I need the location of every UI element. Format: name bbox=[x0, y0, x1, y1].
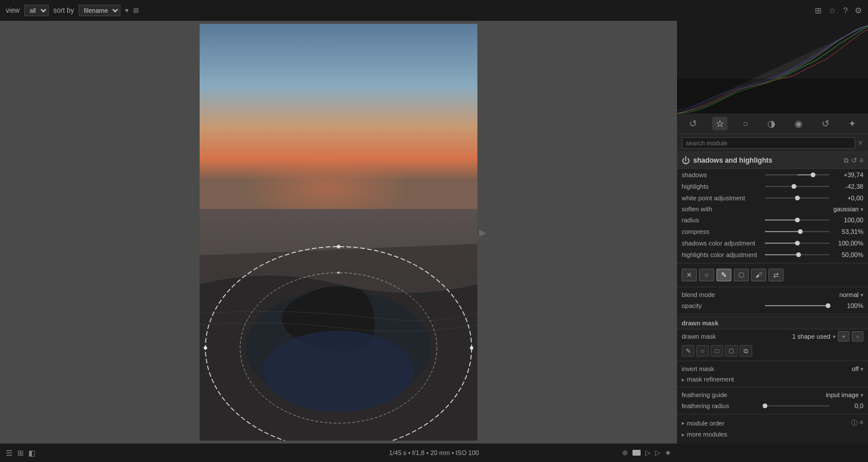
shadows-row: shadows +39,74 bbox=[677, 169, 868, 181]
separator-6 bbox=[677, 414, 868, 415]
highlights-color-slider[interactable] bbox=[765, 251, 829, 259]
highlights-value: -42,38 bbox=[832, 183, 863, 190]
separator-5 bbox=[677, 387, 868, 387]
sort-extra-icon[interactable]: ⊞ bbox=[133, 6, 139, 14]
tab-base[interactable]: ○ bbox=[740, 118, 752, 130]
mask-brush-btn[interactable]: 🖌 bbox=[751, 269, 766, 281]
mask-off-btn[interactable]: ✕ bbox=[682, 269, 697, 281]
highlights-color-value: 50,00% bbox=[832, 251, 863, 258]
module-order-info-icon[interactable]: ⓘ bbox=[851, 419, 858, 427]
tab-tone[interactable]: ◑ bbox=[764, 117, 779, 130]
search-clear-icon[interactable]: ✕ bbox=[858, 139, 863, 147]
histogram bbox=[677, 21, 868, 113]
module-copy-icon[interactable]: ⧉ bbox=[844, 156, 849, 164]
filmstrip-icon[interactable]: ☰ bbox=[6, 449, 13, 457]
photo-container bbox=[200, 24, 477, 441]
grid-icon[interactable]: ⊞ bbox=[815, 6, 822, 15]
feathering-radius-value: 0,0 bbox=[832, 402, 863, 409]
module-order-menu-icon[interactable]: ≡ bbox=[860, 419, 863, 427]
view-label[interactable]: view bbox=[6, 6, 20, 14]
compress-slider[interactable] bbox=[765, 228, 829, 236]
filter-icon[interactable]: ◧ bbox=[28, 449, 35, 457]
topbar: view all sort by filename ▾ ⊞ ⊞ ☆ ? ⚙ bbox=[0, 0, 868, 21]
tab-favorite[interactable]: ☆ bbox=[712, 117, 727, 130]
tab-color[interactable]: ◉ bbox=[791, 117, 806, 130]
separator-1 bbox=[677, 263, 868, 263]
sort-direction-icon[interactable]: ▾ bbox=[125, 6, 128, 14]
export-icon[interactable]: ▷ bbox=[655, 449, 660, 457]
rect-tool-btn[interactable]: □ bbox=[711, 345, 723, 357]
exposure-info: 1/45 s • f/1,8 • 20 mm • ISO 100 bbox=[389, 449, 479, 456]
mask-invert-btn[interactable]: ⇄ bbox=[768, 269, 784, 281]
sort-label: sort by bbox=[53, 6, 74, 14]
mask-circle-btn[interactable]: ○ bbox=[699, 269, 714, 281]
shadows-color-row: shadows color adjustment 100,00% bbox=[677, 237, 868, 249]
highlights-slider[interactable] bbox=[765, 182, 829, 190]
compress-row: compress 53,31% bbox=[677, 226, 868, 237]
module-order-label: module order bbox=[687, 420, 724, 427]
shadows-color-slider[interactable] bbox=[765, 239, 829, 247]
canvas-area: ▶ bbox=[0, 21, 677, 443]
help-icon[interactable]: ? bbox=[843, 6, 848, 15]
search-input[interactable] bbox=[682, 137, 855, 149]
statusbar: ☰ ⊞ ◧ 1/45 s • f/1,8 • 20 mm • ISO 100 ⊕… bbox=[0, 443, 868, 462]
color-picker-icon[interactable] bbox=[632, 450, 641, 456]
module-power-icon[interactable]: ⏻ bbox=[682, 156, 690, 165]
white-point-slider[interactable] bbox=[765, 194, 829, 202]
feathering-guide-label: feathering guide bbox=[682, 391, 763, 398]
mask-draw-btn[interactable]: ✎ bbox=[716, 269, 731, 281]
zoom-icon[interactable]: ⊕ bbox=[622, 449, 628, 457]
soften-dropdown-icon[interactable]: ▾ bbox=[860, 206, 863, 212]
radius-slider[interactable] bbox=[765, 216, 829, 224]
filter-select[interactable]: all bbox=[24, 5, 49, 16]
more-modules-row[interactable]: ▸ more modules bbox=[677, 429, 868, 439]
tab-correct[interactable]: ↺ bbox=[818, 117, 833, 130]
main-layout: ▶ ↺ ☆ ○ ◑ bbox=[0, 21, 868, 443]
drawn-mask-add-btn[interactable]: + bbox=[838, 331, 849, 342]
feathering-guide-value: input image bbox=[826, 391, 859, 398]
soften-row: soften with gaussian ▾ bbox=[677, 204, 868, 214]
panel-toggle-arrow[interactable]: ▶ bbox=[479, 227, 486, 238]
mask-refinement-row[interactable]: ▸ mask refinement bbox=[677, 374, 868, 384]
mask-path-btn[interactable]: ⬡ bbox=[734, 269, 749, 281]
module-actions: ⧉ ↺ ≡ bbox=[844, 156, 863, 164]
white-point-row: white point adjustment +0,00 bbox=[677, 192, 868, 204]
metadata-icon[interactable]: ⊞ bbox=[17, 449, 24, 457]
blend-dropdown-icon[interactable]: ▾ bbox=[860, 292, 863, 298]
module-reset-icon[interactable]: ↺ bbox=[851, 156, 857, 164]
drawn-mask-label: drawn mask bbox=[682, 333, 751, 340]
histogram-svg bbox=[677, 21, 868, 113]
mask-buttons: ✕ ○ ✎ ⬡ 🖌 ⇄ bbox=[677, 266, 868, 284]
feathering-guide-row: feathering guide input image ▾ bbox=[677, 390, 868, 400]
radius-row: radius 100,00 bbox=[677, 214, 868, 226]
module-tabs: ↺ ☆ ○ ◑ ◉ ↺ ✦ bbox=[677, 113, 868, 134]
module-order-row[interactable]: ▸ module order ⓘ ≡ bbox=[677, 417, 868, 429]
tab-effects[interactable]: ✦ bbox=[845, 117, 859, 130]
watermark-icon[interactable]: ★ bbox=[665, 449, 671, 457]
feathering-guide-dropdown-icon[interactable]: ▾ bbox=[860, 392, 863, 398]
star-icon[interactable]: ☆ bbox=[829, 6, 836, 15]
settings-icon[interactable]: ⚙ bbox=[855, 6, 862, 15]
highlights-color-label: highlights color adjustment bbox=[682, 251, 763, 258]
invert-dropdown-icon[interactable]: ▾ bbox=[860, 366, 863, 372]
feathering-radius-label: feathering radius bbox=[682, 402, 763, 409]
shadows-label: shadows bbox=[682, 171, 763, 178]
module-menu-icon[interactable]: ≡ bbox=[859, 156, 863, 164]
sort-select[interactable]: filename bbox=[79, 5, 120, 16]
overlay-icon[interactable]: ▷ bbox=[645, 449, 650, 457]
paste-tool-btn[interactable]: ⧉ bbox=[740, 345, 752, 357]
svg-rect-13 bbox=[677, 79, 868, 113]
path-tool-btn[interactable]: ⬡ bbox=[725, 345, 738, 357]
tab-history[interactable]: ↺ bbox=[686, 117, 700, 130]
blend-mode-label: blend mode bbox=[682, 291, 763, 298]
search-bar: ✕ bbox=[677, 134, 868, 152]
highlights-label: highlights bbox=[682, 183, 763, 190]
pencil-tool-btn[interactable]: ✎ bbox=[682, 345, 694, 357]
ellipse-tool-btn[interactable]: ○ bbox=[696, 345, 709, 357]
opacity-slider[interactable] bbox=[765, 302, 829, 310]
feathering-radius-slider[interactable] bbox=[765, 402, 829, 410]
drawn-mask-del-btn[interactable]: ○ bbox=[852, 331, 863, 342]
shadows-slider[interactable] bbox=[765, 171, 829, 179]
drawn-mask-dropdown-icon[interactable]: ▾ bbox=[833, 333, 836, 340]
white-point-value: +0,00 bbox=[832, 195, 863, 201]
